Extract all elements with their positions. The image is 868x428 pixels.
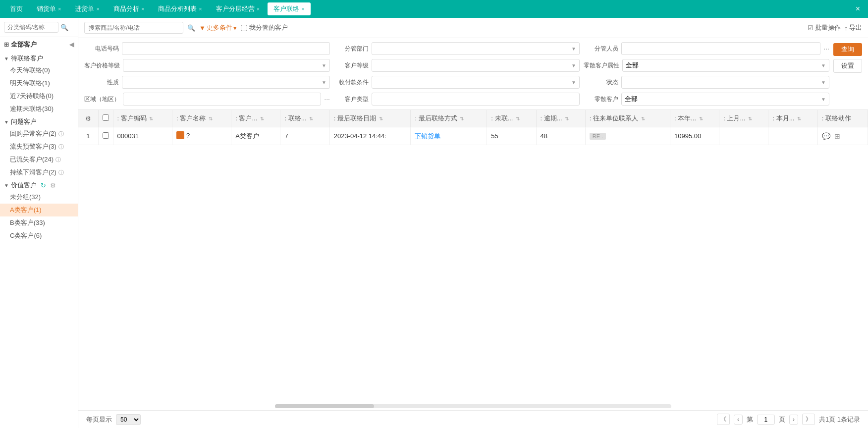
horizontal-scrollbar-area <box>78 402 868 410</box>
customer-grade-dropdown[interactable]: ▼ <box>372 59 580 72</box>
close-product-analysis-list[interactable]: × <box>199 6 202 12</box>
price-grade-arrow: ▼ <box>322 63 326 68</box>
sidebar-item-class-a[interactable]: A类客户(1) <box>0 204 78 216</box>
row-num: 1 <box>78 127 98 145</box>
phone-input[interactable] <box>122 42 330 55</box>
sort-icon-code: ⇅ <box>149 116 153 121</box>
batch-op-btn[interactable]: ☑ 批量操作 <box>808 23 841 32</box>
first-page-btn[interactable]: 《 <box>717 414 730 425</box>
close-sales-order[interactable]: × <box>58 6 61 12</box>
nature-arrow: ▼ <box>322 80 326 85</box>
retail-customer-dropdown[interactable]: 全部 ▼ <box>621 93 829 106</box>
manager-field: 分管人员 ··· <box>584 42 829 55</box>
sidebar-item-churn-warning[interactable]: 流失预警客户(3) ⓘ <box>0 140 78 153</box>
my-customers-checkbox-label[interactable]: 我分管的客户 <box>241 23 288 32</box>
nature-field: 性质 ▼ <box>84 76 330 89</box>
sort-icon-this-year: ⇅ <box>699 116 703 121</box>
filter-search-icon[interactable]: 🔍 <box>187 24 195 32</box>
info-icon-3: ⓘ <box>58 169 64 176</box>
retail-attr-dropdown[interactable]: 全部 ▼ <box>622 59 829 72</box>
gear-column-header[interactable]: ⚙ <box>78 110 98 127</box>
sort-icon-contact: ⇅ <box>309 116 313 121</box>
close-purchase-order[interactable]: × <box>96 6 99 12</box>
sidebar-item-churned[interactable]: 已流失客户(24) ⓘ <box>0 153 78 166</box>
nav-home[interactable]: 首页 <box>4 2 29 15</box>
dept-field: 分管部门 ▼ <box>334 42 580 55</box>
sidebar-item-class-c[interactable]: C类客户(6) <box>0 229 78 242</box>
sidebar-item-declining[interactable]: 持续下滑客户(2) ⓘ <box>0 166 78 179</box>
page-label: 第 <box>747 415 753 424</box>
filter-search-input[interactable] <box>84 22 183 34</box>
nav-product-analysis[interactable]: 商品分析 × <box>108 2 150 15</box>
color-indicator <box>176 131 184 139</box>
query-btn[interactable]: 查询 <box>833 43 862 56</box>
last-method-link[interactable]: 下销货单 <box>415 132 440 140</box>
sidebar-item-tomorrow-pending[interactable]: 明天待联络(1) <box>0 77 78 90</box>
page-number-input[interactable] <box>757 415 775 425</box>
phone-label: 电话号码 <box>84 45 119 53</box>
col-header-last-date: : 最后联络日期 ⇅ <box>329 110 411 127</box>
next-page-btn[interactable]: › <box>789 415 798 425</box>
row-checkbox-cell[interactable] <box>98 127 113 145</box>
collapse-btn[interactable]: ◀ <box>69 41 74 48</box>
region-input[interactable] <box>123 93 321 106</box>
payment-field: 收付款条件 ▼ <box>334 76 580 89</box>
more-conditions-btn[interactable]: ▼ 更多条件 ▾ <box>199 23 237 32</box>
payment-dropdown[interactable]: ▼ <box>372 76 580 89</box>
cell-last-method[interactable]: 下销货单 <box>411 127 487 145</box>
sidebar-search-input[interactable] <box>4 22 58 33</box>
content-area: 🔍 ▼ 更多条件 ▾ 我分管的客户 ☑ 批量操作 ↑ 导出 <box>78 18 868 428</box>
select-all-checkbox[interactable] <box>103 114 109 121</box>
scrollbar-thumb[interactable] <box>275 404 374 408</box>
cell-name: ? <box>172 127 231 145</box>
sidebar-item-today-pending[interactable]: 今天待联络(0) <box>0 64 78 77</box>
all-customers-header[interactable]: ⊞ 全部客户 ◀ <box>0 37 78 52</box>
retail-customer-field: 零散客户 全部 ▼ <box>584 93 829 106</box>
nav-sales-order[interactable]: 销货单 × <box>31 2 67 15</box>
sidebar-search-icon[interactable]: 🔍 <box>60 24 68 31</box>
manager-dots[interactable]: ··· <box>823 45 829 53</box>
my-customers-checkbox[interactable] <box>241 25 247 31</box>
horizontal-scrollbar[interactable] <box>275 404 671 408</box>
retail-attr-field: 零散客户属性 全部 ▼ <box>584 59 829 72</box>
close-all-btn[interactable]: × <box>852 4 864 13</box>
cell-last-month <box>719 127 768 145</box>
nature-dropdown[interactable]: ▼ <box>122 76 330 89</box>
page-size-select[interactable]: 50 100 200 <box>116 414 141 425</box>
sidebar-item-abnormal-repurchase[interactable]: 回购异常客户(2) ⓘ <box>0 127 78 140</box>
sidebar-item-unclassified[interactable]: 未分组(32) <box>0 191 78 204</box>
col-header-this-month: : 本月... ⇅ <box>768 110 817 127</box>
dept-dropdown[interactable]: ▼ <box>372 42 580 55</box>
refresh-icon[interactable]: ↻ <box>41 182 46 189</box>
price-grade-label: 客户价格等级 <box>84 61 120 70</box>
status-dropdown[interactable]: ▼ <box>621 76 829 89</box>
region-dots[interactable]: ··· <box>324 95 330 103</box>
col-header-unit-contact: : 往来单位联系人 ⇅ <box>585 110 670 127</box>
sidebar-search-area: 🔍 <box>0 18 78 37</box>
sidebar-item-7days-pending[interactable]: 近7天待联络(0) <box>0 90 78 103</box>
nav-product-analysis-list[interactable]: 商品分析列表 × <box>152 2 208 15</box>
settings-icon[interactable]: ⚙ <box>50 182 56 189</box>
table-area: ⚙ : 客户编码 ⇅ : 客户名称 ⇅ : 客户... ⇅ : 联络... ⇅ … <box>78 110 868 402</box>
row-checkbox[interactable] <box>103 132 109 139</box>
price-grade-dropdown[interactable]: ▼ <box>123 59 330 72</box>
nav-customer-contact[interactable]: 客户联络 × <box>268 2 310 15</box>
chat-icon[interactable]: 💬 <box>822 132 830 140</box>
grid-action-icon[interactable]: ⊞ <box>834 132 840 140</box>
close-customer-contact[interactable]: × <box>301 6 304 12</box>
customer-type-input[interactable] <box>372 93 580 106</box>
sidebar-item-overdue-pending[interactable]: 逾期未联络(30) <box>0 103 78 115</box>
nav-purchase-order[interactable]: 进货单 × <box>69 2 105 15</box>
adv-settings-btn[interactable]: 设置 <box>833 59 862 73</box>
customer-grade-arrow: ▼ <box>571 63 576 68</box>
nav-customer-segment[interactable]: 客户分层经营 × <box>210 2 266 15</box>
cell-not-contacted: 55 <box>487 127 536 145</box>
prev-page-btn[interactable]: ‹ <box>734 415 743 425</box>
manager-input[interactable] <box>621 42 820 55</box>
sidebar-item-class-b[interactable]: B类客户(33) <box>0 216 78 229</box>
export-btn[interactable]: ↑ 导出 <box>845 23 863 32</box>
close-customer-segment[interactable]: × <box>257 6 260 12</box>
last-page-btn[interactable]: 》 <box>802 414 815 425</box>
close-product-analysis[interactable]: × <box>141 6 144 12</box>
checkbox-column-header[interactable] <box>98 110 113 127</box>
